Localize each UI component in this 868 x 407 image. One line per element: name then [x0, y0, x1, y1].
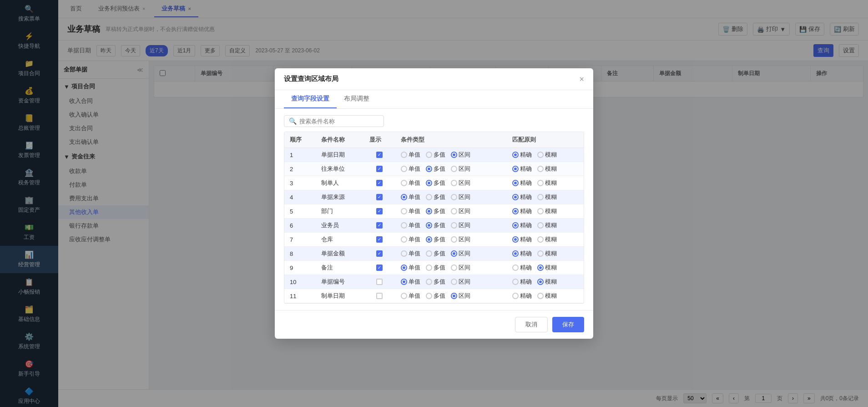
match-exact-radio[interactable]: 精确 [512, 292, 532, 300]
display-checkbox[interactable]: ✓ [376, 180, 383, 186]
type-single-radio[interactable]: 单值 [401, 207, 420, 215]
match-fuzzy-radio[interactable]: 模糊 [537, 151, 557, 159]
type-multi-radio[interactable]: 多值 [426, 165, 445, 173]
settings-row-name: 制单日期 [316, 289, 363, 303]
match-exact-radio[interactable]: 精确 [512, 221, 532, 229]
type-single-radio[interactable]: 单值 [401, 292, 420, 300]
display-checkbox[interactable]: ✓ [376, 250, 383, 257]
match-fuzzy-radio[interactable]: 模糊 [537, 292, 557, 300]
settings-row-display[interactable]: ✓ [364, 233, 395, 247]
type-single-radio[interactable]: 单值 [401, 179, 420, 187]
match-fuzzy-radio[interactable]: 模糊 [537, 193, 557, 201]
match-fuzzy-radio[interactable]: 模糊 [537, 235, 557, 244]
dialog-title: 设置查询区域布局 [284, 75, 338, 83]
type-single-radio[interactable]: 单值 [401, 221, 420, 229]
type-range-radio[interactable]: 区间 [451, 207, 470, 215]
tab-layout-adjust[interactable]: 布局调整 [337, 90, 377, 108]
type-single-radio[interactable]: 单值 [401, 264, 420, 272]
settings-row-display[interactable]: ✓ [364, 162, 395, 176]
match-fuzzy-radio[interactable]: 模糊 [537, 179, 557, 187]
type-multi-radio[interactable]: 多值 [426, 207, 445, 215]
display-checkbox-container[interactable]: ✓ [369, 152, 390, 158]
display-checkbox[interactable]: ✓ [376, 166, 383, 172]
match-exact-radio[interactable]: 精确 [512, 264, 532, 272]
settings-row-display[interactable]: ✓ [364, 190, 395, 204]
type-range-radio[interactable]: 区间 [451, 249, 470, 258]
type-range-radio[interactable]: 区间 [451, 193, 470, 201]
settings-row-match: 精确 模糊 [507, 148, 584, 162]
match-fuzzy-radio[interactable]: 模糊 [537, 221, 557, 229]
tab-query-settings[interactable]: 查询字段设置 [284, 90, 337, 108]
save-dialog-button[interactable]: 保存 [552, 317, 584, 332]
type-range-radio[interactable]: 区间 [451, 292, 470, 300]
type-multi-radio[interactable]: 多值 [426, 179, 445, 187]
match-fuzzy-radio[interactable]: 模糊 [537, 165, 557, 173]
match-exact-radio[interactable]: 精确 [512, 207, 532, 215]
type-range-radio[interactable]: 区间 [451, 264, 470, 272]
match-exact-radio[interactable]: 精确 [512, 151, 532, 159]
type-single-radio[interactable]: 单值 [401, 151, 420, 159]
type-single-radio[interactable]: 单值 [401, 165, 420, 173]
type-range-radio[interactable]: 区间 [451, 165, 470, 173]
cancel-button[interactable]: 取消 [515, 317, 548, 332]
type-multi-radio[interactable]: 多值 [426, 278, 445, 286]
settings-row-display[interactable]: ✓ [364, 204, 395, 219]
display-checkbox-container[interactable]: ✓ [369, 265, 390, 271]
display-checkbox[interactable]: ✓ [376, 208, 383, 214]
match-exact-radio[interactable]: 精确 [512, 249, 532, 258]
match-fuzzy-radio[interactable]: 模糊 [537, 249, 557, 258]
settings-row-order: 2 [284, 162, 316, 176]
settings-row-display[interactable] [364, 289, 395, 303]
display-checkbox[interactable]: ✓ [376, 265, 383, 271]
match-exact-radio[interactable]: 精确 [512, 278, 532, 286]
type-single-radio[interactable]: 单值 [401, 249, 420, 258]
display-checkbox-container[interactable]: ✓ [369, 180, 390, 186]
type-multi-radio[interactable]: 多值 [426, 249, 445, 258]
settings-row-display[interactable]: ✓ [364, 148, 395, 162]
type-range-radio[interactable]: 区间 [451, 151, 470, 159]
match-fuzzy-radio[interactable]: 模糊 [537, 207, 557, 215]
type-single-radio[interactable]: 单值 [401, 193, 420, 201]
type-multi-radio[interactable]: 多值 [426, 193, 445, 201]
type-multi-radio[interactable]: 多值 [426, 292, 445, 300]
type-multi-radio[interactable]: 多值 [426, 264, 445, 272]
settings-row-display[interactable]: ✓ [364, 261, 395, 275]
display-checkbox-container[interactable] [369, 293, 390, 299]
settings-row-type: 单值 多值 区间 [395, 289, 507, 303]
display-checkbox-container[interactable] [369, 279, 390, 285]
type-range-radio[interactable]: 区间 [451, 235, 470, 244]
display-checkbox[interactable]: ✓ [376, 236, 383, 243]
match-fuzzy-radio[interactable]: 模糊 [537, 264, 557, 272]
dialog-close-button[interactable]: × [579, 75, 584, 83]
settings-row-display[interactable]: ✓ [364, 176, 395, 190]
dialog-search-input[interactable] [299, 118, 379, 125]
type-range-radio[interactable]: 区间 [451, 278, 470, 286]
settings-row-display[interactable] [364, 275, 395, 289]
display-checkbox[interactable] [376, 293, 383, 299]
type-multi-radio[interactable]: 多值 [426, 221, 445, 229]
settings-row-name: 制单人 [316, 176, 363, 190]
display-checkbox-container[interactable]: ✓ [369, 166, 390, 172]
type-single-radio[interactable]: 单值 [401, 278, 420, 286]
display-checkbox[interactable] [376, 279, 383, 285]
display-checkbox-container[interactable]: ✓ [369, 208, 390, 214]
display-checkbox-container[interactable]: ✓ [369, 236, 390, 243]
settings-row-display[interactable]: ✓ [364, 247, 395, 261]
match-exact-radio[interactable]: 精确 [512, 235, 532, 244]
type-single-radio[interactable]: 单值 [401, 235, 420, 244]
display-checkbox[interactable]: ✓ [376, 194, 383, 200]
match-exact-radio[interactable]: 精确 [512, 165, 532, 173]
display-checkbox[interactable]: ✓ [376, 222, 383, 229]
match-exact-radio[interactable]: 精确 [512, 193, 532, 201]
display-checkbox-container[interactable]: ✓ [369, 194, 390, 200]
match-fuzzy-radio[interactable]: 模糊 [537, 278, 557, 286]
type-multi-radio[interactable]: 多值 [426, 151, 445, 159]
type-range-radio[interactable]: 区间 [451, 221, 470, 229]
display-checkbox-container[interactable]: ✓ [369, 222, 390, 229]
type-range-radio[interactable]: 区间 [451, 179, 470, 187]
settings-row-display[interactable]: ✓ [364, 219, 395, 233]
display-checkbox[interactable]: ✓ [376, 152, 383, 158]
match-exact-radio[interactable]: 精确 [512, 179, 532, 187]
display-checkbox-container[interactable]: ✓ [369, 250, 390, 257]
type-multi-radio[interactable]: 多值 [426, 235, 445, 244]
